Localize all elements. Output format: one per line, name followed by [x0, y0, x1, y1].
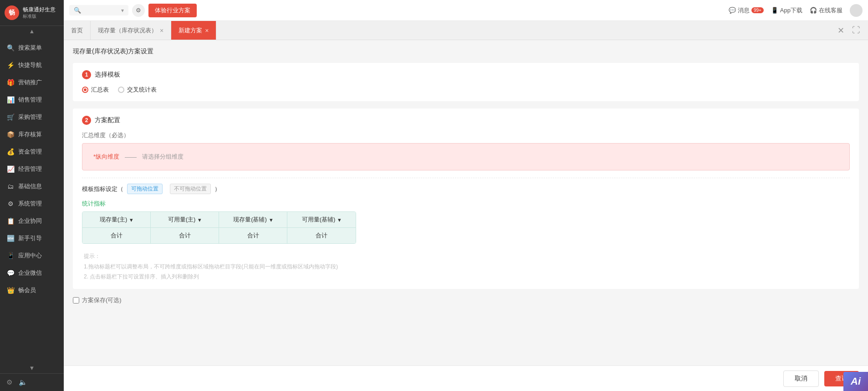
sidebar-item-sales[interactable]: 📊 销售管理: [0, 91, 64, 108]
wechat-icon: 💬: [6, 269, 15, 277]
stats-col-2: 现存量(基辅) ▾ 合计: [219, 212, 287, 243]
section2-title: 2 方案配置: [82, 116, 850, 125]
radio-summary[interactable]: 汇总表: [82, 86, 109, 94]
col-1-chevron[interactable]: ▾: [198, 216, 201, 223]
search-icon: 🔍: [6, 44, 15, 52]
stats-col-1: 可用量(主) ▾ 合计: [151, 212, 219, 243]
sidebar-item-marketing-label: 营销推广: [18, 78, 42, 87]
window-close-btn[interactable]: ✕: [834, 24, 847, 37]
sidebar-item-finance[interactable]: 💰 资金管理: [0, 143, 64, 160]
app-version: 标准版: [23, 13, 56, 20]
sidebar-item-system[interactable]: ⚙ 系统管理: [0, 195, 64, 212]
divider1: [82, 178, 850, 178]
tab-new-plan-label: 新建方案: [179, 26, 202, 35]
sidebar-logo: 畅 畅康通好生意 标准版: [0, 0, 64, 26]
message-label: 消息: [738, 6, 750, 15]
headset-icon: 🎧: [810, 7, 817, 14]
dimension-label: 汇总维度（必选）: [82, 131, 850, 139]
dimension-placeholder: 请选择分组维度: [142, 153, 184, 161]
logo-text-block: 畅康通好生意 标准版: [23, 6, 56, 20]
tips-item-0: 1.拖动标题栏可以调整布局，不可跨维度或指标区域拖动栏目字段(只能在同一维度或指…: [84, 262, 848, 272]
dimension-row: *纵向维度 —— 请选择分组维度: [93, 153, 838, 161]
sidebar-item-finance-label: 资金管理: [18, 148, 42, 156]
volume-icon[interactable]: 🔈: [19, 378, 27, 386]
stats-col-0-body: 合计: [82, 228, 150, 243]
sidebar-item-enterprise-label: 企业协同: [18, 217, 42, 225]
online-service-label: 在线客服: [819, 6, 842, 15]
app-download-label: App下载: [780, 6, 802, 15]
stats-col-3-body: 合计: [287, 228, 356, 243]
sidebar-item-vip-label: 畅会员: [18, 286, 36, 294]
sidebar-item-operations[interactable]: 📈 经营管理: [0, 160, 64, 178]
stats-table: 现存量(主) ▾ 合计 可用量(主) ▾ 合计: [82, 211, 356, 244]
sidebar-item-system-label: 系统管理: [18, 200, 42, 208]
online-service-btn[interactable]: 🎧 在线客服: [810, 6, 842, 15]
sidebar-item-purchase[interactable]: 🛒 采购管理: [0, 108, 64, 126]
stats-col-2-header: 现存量(基辅) ▾: [219, 212, 287, 228]
app-download-icon: 📱: [771, 7, 778, 14]
quick-nav-icon: ⚡: [6, 61, 15, 69]
window-expand-btn[interactable]: ⛶: [850, 24, 863, 37]
message-btn[interactable]: 💬 消息 99+: [729, 6, 764, 15]
stats-section-title: 统计指标: [82, 200, 850, 208]
save-checkbox[interactable]: [73, 297, 79, 304]
sidebar-item-inventory-label: 库存核算: [18, 130, 42, 139]
col-3-chevron[interactable]: ▾: [338, 216, 341, 223]
sidebar-item-guide[interactable]: 🆕 新手引导: [0, 230, 64, 247]
topbar-search-box: 🔍 ▾: [69, 5, 128, 15]
industry-plan-btn[interactable]: 体验行业方案: [148, 4, 197, 17]
sidebar-item-vip[interactable]: 👑 畅会员: [0, 282, 64, 299]
radio-summary-btn[interactable]: [82, 87, 88, 93]
sidebar-item-search[interactable]: 🔍 搜索菜单: [0, 39, 64, 57]
tab-new-plan[interactable]: 新建方案 ×: [171, 21, 216, 40]
sidebar-item-marketing[interactable]: 🎁 营销推广: [0, 74, 64, 91]
section-config: 2 方案配置 汇总维度（必选） *纵向维度 —— 请选择分组维度 模板指标设定（: [73, 108, 859, 289]
stats-col-2-body: 合计: [219, 228, 287, 243]
settings-bottom-icon[interactable]: ⚙: [6, 378, 12, 386]
tab-new-plan-close[interactable]: ×: [205, 27, 209, 34]
topbar-search-icon: 🔍: [74, 7, 81, 14]
sidebar-item-inventory[interactable]: 📦 库存核算: [0, 126, 64, 143]
dimension-required: *纵向维度: [93, 153, 119, 161]
radio-cross[interactable]: 交叉统计表: [118, 86, 157, 94]
radio-cross-btn[interactable]: [118, 87, 124, 93]
col-2-chevron[interactable]: ▾: [270, 216, 273, 223]
topbar-dropdown-icon[interactable]: ▾: [121, 7, 124, 14]
save-label: 方案保存(可选): [82, 296, 122, 304]
section1-title: 1 选择模板: [82, 70, 850, 79]
section1-label: 选择模板: [95, 71, 120, 79]
sidebar-item-enterprise[interactable]: 📋 企业协同: [0, 212, 64, 230]
sidebar-item-guide-label: 新手引导: [18, 234, 42, 242]
app-center-icon: 📱: [6, 252, 15, 260]
col-0-chevron[interactable]: ▾: [130, 216, 133, 223]
sidebar-item-quick-nav[interactable]: ⚡ 快捷导航: [0, 57, 64, 74]
stats-col-3-header: 可用量(基辅) ▾: [287, 212, 356, 228]
system-icon: ⚙: [6, 200, 15, 208]
non-draggable-tag: 不可拖动位置: [170, 184, 211, 194]
save-option: 方案保存(可选): [73, 296, 859, 304]
tab-inventory[interactable]: 现存量（库存状况表） ×: [91, 21, 171, 40]
sidebar-item-basic-info[interactable]: 🗂 基础信息: [0, 178, 64, 195]
page-title: 现存量(库存状况表)方案设置: [73, 47, 859, 56]
tips-section: 提示： 1.拖动标题栏可以调整布局，不可跨维度或指标区域拖动栏目字段(只能在同一…: [82, 252, 850, 282]
tab-home[interactable]: 首页: [64, 21, 91, 40]
metrics-settings-label: 模板指标设定（ 可拖动位置 不可拖动位置 ）: [82, 184, 850, 194]
tab-inventory-close[interactable]: ×: [160, 27, 163, 34]
tips-item-1: 2. 点击标题栏下拉可设置排序、插入列和删除列: [84, 272, 848, 282]
topbar-search-input[interactable]: [83, 7, 119, 14]
scroll-down-btn[interactable]: ▼: [0, 363, 64, 373]
topbar-right: 💬 消息 99+ 📱 App下载 🎧 在线客服: [729, 4, 863, 17]
sidebar-item-wechat[interactable]: 💬 企业微信: [0, 264, 64, 282]
sidebar-item-sales-label: 销售管理: [18, 96, 42, 104]
sidebar: 畅 畅康通好生意 标准版 ▲ 🔍 搜索菜单 ⚡ 快捷导航 🎁 营销推广 📊 销售…: [0, 0, 64, 391]
app-download-btn[interactable]: 📱 App下载: [771, 6, 802, 15]
sidebar-item-app-center[interactable]: 📱 应用中心: [0, 247, 64, 264]
guide-icon: 🆕: [6, 234, 15, 242]
scroll-up-btn[interactable]: ▲: [0, 26, 64, 36]
operations-icon: 📈: [6, 165, 15, 173]
cancel-button[interactable]: 取消: [783, 370, 819, 387]
topbar-settings-btn[interactable]: ⚙: [132, 4, 145, 17]
sidebar-item-quick-nav-label: 快捷导航: [18, 61, 42, 69]
user-avatar[interactable]: [850, 4, 863, 17]
draggable-tag: 可拖动位置: [127, 184, 163, 194]
